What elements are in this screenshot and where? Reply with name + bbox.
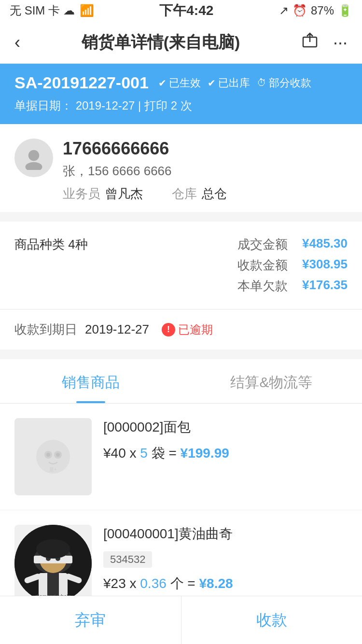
summary-section: 商品种类 4种 成交金额 ¥485.30 收款金额 ¥308.95 本单欠款 ¥… [0, 222, 362, 309]
alarm-icon: ⏰ [292, 4, 307, 17]
nav-bar: ‹ 销货单详情(来自电脑) ··· [0, 21, 362, 64]
product-thumb-1: 昱+ [14, 418, 92, 495]
date-label: 单据日期： [14, 99, 72, 112]
status-left: 无 SIM 卡 ☁ 📶 [10, 3, 94, 18]
price-base-1: ¥40 [103, 446, 126, 461]
product-type-row: 商品种类 4种 [14, 236, 88, 253]
avatar [14, 139, 53, 177]
debt-value: ¥176.35 [302, 278, 348, 294]
salesperson-value: 曾凡杰 [105, 185, 143, 202]
nav-actions: ··· [301, 31, 348, 53]
status-right: ↗ ⏰ 87% 🔋 [279, 4, 352, 17]
salesperson-item: 业务员 曾凡杰 [63, 185, 143, 202]
cancel-button[interactable]: 弃审 [0, 596, 181, 644]
amount-label: 成交金额 [237, 236, 288, 253]
due-section: 收款到期日 2019-12-27 ! 已逾期 [0, 309, 362, 350]
customer-info: 17666666666 张，156 6666 6666 业务员 曾凡杰 仓库 总… [63, 139, 348, 202]
sim-label: 无 SIM 卡 ☁ [10, 3, 75, 18]
warehouse-item: 仓库 总仓 [172, 185, 227, 202]
received-value: ¥308.95 [302, 257, 348, 274]
product-type-value: 4种 [68, 237, 87, 252]
order-date-info: 单据日期： 2019-12-27 | 打印 2 次 [14, 98, 348, 113]
status-time: 下午4:42 [159, 1, 213, 20]
battery-icon: 🔋 [338, 4, 352, 17]
svg-point-8 [56, 453, 60, 457]
amount-value: ¥485.30 [302, 236, 348, 253]
debt-label: 本单欠款 [237, 278, 288, 294]
svg-text:昱+: 昱+ [49, 467, 57, 472]
badge-effective: ✔ 已生效 [158, 76, 201, 90]
tab-products[interactable]: 销售商品 [0, 359, 181, 403]
status-badges: ✔ 已生效 ✔ 已出库 ⏱ 部分收款 [158, 76, 311, 90]
product-price-2: ¥23 x 0.36 个 = ¥8.28 [103, 574, 348, 593]
product-name-2: [000400001]黄油曲奇 [103, 525, 348, 543]
product-placeholder-1: 昱+ [14, 418, 92, 495]
price-base-2: ¥23 [103, 576, 126, 591]
order-header: SA-20191227-001 ✔ 已生效 ✔ 已出库 ⏱ 部分收款 单据日期：… [0, 64, 362, 124]
product-list: 昱+ [0000002]面包 ¥40 x 5 袋 = ¥199.99 [0, 404, 362, 617]
qty-2: 0.36 [140, 576, 167, 591]
warehouse-label: 仓库 [172, 185, 197, 202]
back-button[interactable]: ‹ [14, 32, 20, 53]
summary-right: 成交金额 ¥485.30 收款金额 ¥308.95 本单欠款 ¥176.35 [237, 236, 348, 294]
due-label: 收款到期日 [14, 321, 77, 338]
badge-partial: ⏱ 部分收款 [257, 76, 311, 90]
received-row: 收款金额 ¥308.95 [237, 257, 348, 274]
customer-section: 17666666666 张，156 6666 6666 业务员 曾凡杰 仓库 总… [0, 124, 362, 212]
product-thumb-2: diamond whole [14, 525, 92, 602]
svg-point-3 [26, 162, 42, 170]
warehouse-value: 总仓 [202, 185, 227, 202]
total-2: ¥8.28 [199, 576, 233, 591]
svg-point-2 [28, 150, 40, 161]
battery-label: 87% [311, 4, 334, 17]
order-id: SA-20191227-001 [14, 73, 149, 92]
wifi-icon: 📶 [80, 4, 94, 17]
due-date: 2019-12-27 [85, 322, 149, 337]
product-details-1: [0000002]面包 ¥40 x 5 袋 = ¥199.99 [103, 418, 348, 495]
overdue-icon: ! [162, 323, 175, 336]
print-info: | 打印 2 次 [138, 99, 192, 112]
qty-1: 5 [140, 446, 148, 461]
product-details-2: [000400001]黄油曲奇 534532 ¥23 x 0.36 个 = ¥8… [103, 525, 348, 602]
svg-point-7 [46, 453, 50, 457]
product-price-1: ¥40 x 5 袋 = ¥199.99 [103, 444, 348, 462]
debt-row: 本单欠款 ¥176.35 [237, 278, 348, 294]
status-bar: 无 SIM 卡 ☁ 📶 下午4:42 ↗ ⏰ 87% 🔋 [0, 0, 362, 21]
divider-2 [0, 350, 362, 359]
salesperson-label: 业务员 [63, 185, 100, 202]
overdue-badge: ! 已逾期 [162, 322, 213, 337]
page-title: 销货单详情(来自电脑) [82, 31, 240, 54]
product-sku-2: 534532 [103, 551, 152, 568]
badge-shipped: ✔ 已出库 [208, 76, 250, 90]
bottom-bar: 弃审 收款 [0, 596, 362, 644]
product-name-1: [0000002]面包 [103, 418, 348, 436]
confirm-button[interactable]: 收款 [181, 596, 362, 644]
more-icon[interactable]: ··· [333, 32, 348, 53]
location-icon: ↗ [279, 4, 289, 17]
received-label: 收款金额 [237, 257, 288, 274]
overdue-text: 已逾期 [178, 322, 213, 337]
customer-meta: 业务员 曾凡杰 仓库 总仓 [63, 185, 348, 202]
customer-phone: 张，156 6666 6666 [63, 163, 348, 180]
customer-name: 17666666666 [63, 139, 348, 159]
tabs: 销售商品 结算&物流等 [0, 359, 362, 404]
order-date: 2019-12-27 [76, 99, 135, 112]
amount-row: 成交金额 ¥485.30 [237, 236, 348, 253]
svg-point-16 [36, 539, 70, 559]
tab-settlement[interactable]: 结算&物流等 [181, 359, 362, 403]
product-item-1: 昱+ [0000002]面包 ¥40 x 5 袋 = ¥199.99 [0, 404, 362, 510]
total-1: ¥199.99 [181, 446, 229, 461]
divider-1 [0, 212, 362, 222]
product-type-label: 商品种类 [14, 237, 65, 252]
share-icon[interactable] [301, 31, 319, 53]
summary-left: 商品种类 4种 [14, 236, 88, 294]
